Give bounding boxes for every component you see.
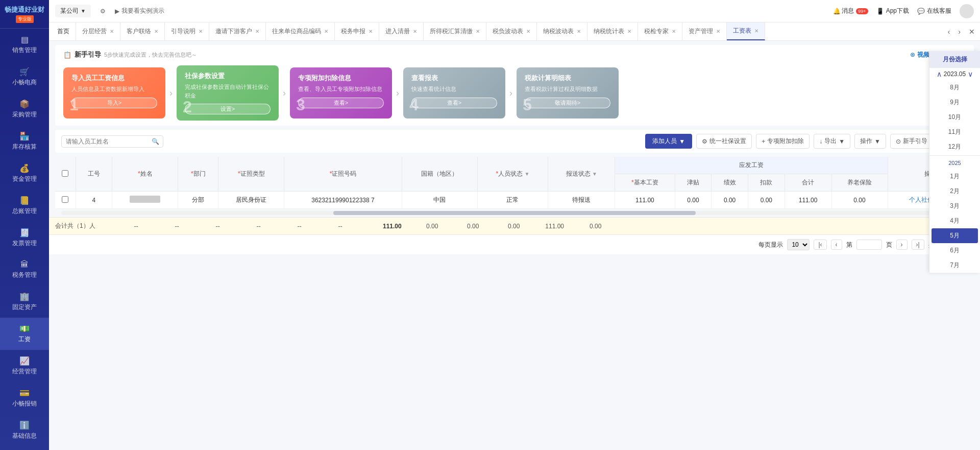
tab-prev-button[interactable]: ‹ bbox=[945, 27, 953, 37]
close-icon[interactable]: ✕ bbox=[154, 29, 158, 34]
month-2[interactable]: 2月 bbox=[929, 184, 980, 199]
month-5[interactable]: 5月 bbox=[932, 228, 978, 243]
month-12[interactable]: 12月 bbox=[929, 139, 980, 154]
tab-tax-report[interactable]: 税务申报 ✕ bbox=[335, 22, 379, 40]
management-icon: 📈 bbox=[19, 356, 30, 366]
step1-button[interactable]: 导入> bbox=[71, 98, 157, 108]
tab-tax-settle[interactable]: 所得税汇算清缴 ✕ bbox=[424, 22, 486, 40]
close-icon[interactable]: ✕ bbox=[577, 29, 581, 34]
close-icon[interactable]: ✕ bbox=[413, 29, 417, 34]
tab-tax-stat[interactable]: 纳税统计表 ✕ bbox=[587, 22, 638, 40]
step4-button[interactable]: 查看> bbox=[411, 98, 497, 108]
sidebar-item-sales[interactable]: ▤ 销售管理 bbox=[0, 29, 49, 61]
sidebar-item-invoice[interactable]: 🧾 发票管理 bbox=[0, 222, 49, 254]
guide-title-row: 📋 新手引导 5步快速完成设置，快去完善信息吧～ ⊙ 视频 ⊙ 帮助 ✕ bbox=[63, 50, 966, 59]
tab-tax-burden[interactable]: 税负波动表 ✕ bbox=[486, 22, 537, 40]
sidebar-item-tax[interactable]: 🏛 税务管理 bbox=[0, 254, 49, 286]
sidebar-item-system[interactable]: ⚙️ 系统管理 bbox=[0, 446, 49, 450]
avatar[interactable] bbox=[960, 4, 974, 18]
tab-tax-expert[interactable]: 税检专家 ✕ bbox=[638, 22, 682, 40]
addon-deduction-button[interactable]: + 专项附加扣除 bbox=[756, 134, 810, 149]
prev-page-button[interactable]: ‹ bbox=[831, 240, 842, 250]
export-button[interactable]: ↓ 导出 ▼ bbox=[814, 134, 850, 149]
sidebar-item-ecommerce[interactable]: 🛒 小畅电商 bbox=[0, 61, 49, 93]
video-link[interactable]: ⊙ 视频 bbox=[910, 51, 929, 59]
month-6[interactable]: 6月 bbox=[929, 243, 980, 258]
sidebar-item-inventory[interactable]: 🏪 库存核算 bbox=[0, 125, 49, 157]
tab-salary[interactable]: 工资表 ✕ bbox=[727, 22, 765, 40]
sidebar-item-ledger[interactable]: 📒 总账管理 bbox=[0, 190, 49, 222]
close-icon[interactable]: ✕ bbox=[754, 28, 758, 34]
step5-button[interactable]: 敬请期待> bbox=[525, 98, 610, 108]
sidebar-item-assets[interactable]: 🏢 固定资产 bbox=[0, 286, 49, 318]
close-icon[interactable]: ✕ bbox=[255, 29, 259, 34]
month-10[interactable]: 10月 bbox=[929, 110, 980, 125]
last-page-button[interactable]: ›| bbox=[912, 240, 924, 250]
operate-button[interactable]: 操作 ▼ bbox=[854, 134, 886, 149]
tab-contact[interactable]: 客户联络 ✕ bbox=[120, 22, 165, 40]
guide-steps: 导入员工工资信息 人员信息及工资数据新增导入 导入> 1 › 社保参数设置 完成… bbox=[63, 65, 966, 121]
close-icon[interactable]: ✕ bbox=[526, 29, 530, 34]
sidebar-item-basic[interactable]: ℹ️ 基础信息 bbox=[0, 414, 49, 446]
close-icon[interactable]: ✕ bbox=[627, 29, 631, 34]
search-input[interactable] bbox=[61, 135, 163, 148]
tab-next-button[interactable]: › bbox=[955, 27, 964, 37]
month-11[interactable]: 11月 bbox=[929, 125, 980, 139]
tab-product-code[interactable]: 往来单位商品编码 ✕ bbox=[266, 22, 335, 40]
month-4[interactable]: 4月 bbox=[929, 214, 980, 228]
horizontal-scrollbar[interactable] bbox=[49, 209, 980, 217]
close-icon[interactable]: ✕ bbox=[369, 29, 373, 34]
tab-tax-wave[interactable]: 纳税波动表 ✕ bbox=[537, 22, 587, 40]
row-select-checkbox[interactable] bbox=[62, 196, 68, 203]
newbie-guide-button[interactable]: ⊙ 新手引导 bbox=[890, 134, 933, 149]
sidebar-item-salary[interactable]: 💵 工资 bbox=[0, 318, 49, 350]
sidebar-item-expense[interactable]: 💳 小畅报销 bbox=[0, 382, 49, 414]
next-page-button[interactable]: › bbox=[896, 240, 908, 250]
tab-assets[interactable]: 资产管理 ✕ bbox=[682, 22, 727, 40]
guide-step-4: 查看报表 快速查看统计信息 查看> 4 bbox=[403, 67, 505, 119]
step-arrow-2: › bbox=[279, 88, 290, 99]
tab-clearing[interactable]: 进入清册 ✕ bbox=[379, 22, 424, 40]
month-1[interactable]: 1月 bbox=[929, 169, 980, 184]
close-icon[interactable]: ✕ bbox=[199, 29, 203, 34]
sidebar-item-management[interactable]: 📈 经营管理 bbox=[0, 350, 49, 382]
step1-title: 导入员工工资信息 bbox=[71, 74, 157, 83]
demo-button[interactable]: ▶ 我要看实例演示 bbox=[115, 7, 164, 15]
sort-icon[interactable]: ▼ bbox=[592, 171, 597, 177]
gear-settings-button[interactable]: ⚙ bbox=[95, 5, 111, 17]
close-icon[interactable]: ✕ bbox=[110, 29, 114, 34]
select-all-checkbox[interactable] bbox=[62, 170, 68, 177]
tab-stratified[interactable]: 分层经营 ✕ bbox=[76, 22, 120, 40]
close-icon[interactable]: ✕ bbox=[324, 29, 328, 34]
close-icon[interactable]: ✕ bbox=[476, 29, 480, 34]
tab-close-all-button[interactable]: ✕ bbox=[966, 27, 978, 37]
step1-desc: 人员信息及工资数据新增导入 bbox=[71, 85, 157, 93]
social-setting-button[interactable]: ⚙ 统一社保设置 bbox=[696, 134, 752, 149]
company-selector[interactable]: 某公司 ▼ bbox=[55, 5, 91, 17]
month-3[interactable]: 3月 bbox=[929, 199, 980, 214]
month-7[interactable]: 7月 bbox=[929, 258, 980, 273]
step2-button[interactable]: 设置> bbox=[185, 104, 271, 114]
year-next-button[interactable]: ∨ bbox=[968, 70, 973, 78]
month-9[interactable]: 9月 bbox=[929, 95, 980, 110]
sidebar-item-purchase[interactable]: 📦 采购管理 bbox=[0, 93, 49, 125]
tab-guide[interactable]: 引导说明 ✕ bbox=[165, 22, 209, 40]
page-input[interactable]: 1 bbox=[856, 240, 882, 250]
tab-home[interactable]: 首页 bbox=[51, 22, 76, 40]
tab-invite[interactable]: 邀请下游客户 ✕ bbox=[209, 22, 266, 40]
add-employee-button[interactable]: 添加人员 ▼ bbox=[645, 134, 692, 149]
online-service-button[interactable]: 💬 在线客服 bbox=[917, 7, 951, 15]
close-icon[interactable]: ✕ bbox=[716, 29, 720, 34]
sort-icon[interactable]: ▼ bbox=[525, 171, 530, 177]
step3-button[interactable]: 查看> bbox=[298, 98, 384, 108]
th-checkbox bbox=[55, 157, 76, 192]
first-page-button[interactable]: |‹ bbox=[814, 240, 826, 250]
notification-button[interactable]: 🔔 消息 99+ bbox=[833, 7, 868, 15]
month-8[interactable]: 8月 bbox=[929, 80, 980, 95]
year-prev-button[interactable]: ∧ bbox=[937, 70, 942, 78]
app-download-button[interactable]: 📱 App下载 bbox=[876, 7, 909, 15]
per-page-select[interactable]: 10 20 50 bbox=[787, 239, 810, 250]
sidebar-item-finance[interactable]: 💰 资金管理 bbox=[0, 157, 49, 190]
close-icon[interactable]: ✕ bbox=[672, 29, 676, 34]
app-download-label: App下载 bbox=[886, 7, 909, 15]
